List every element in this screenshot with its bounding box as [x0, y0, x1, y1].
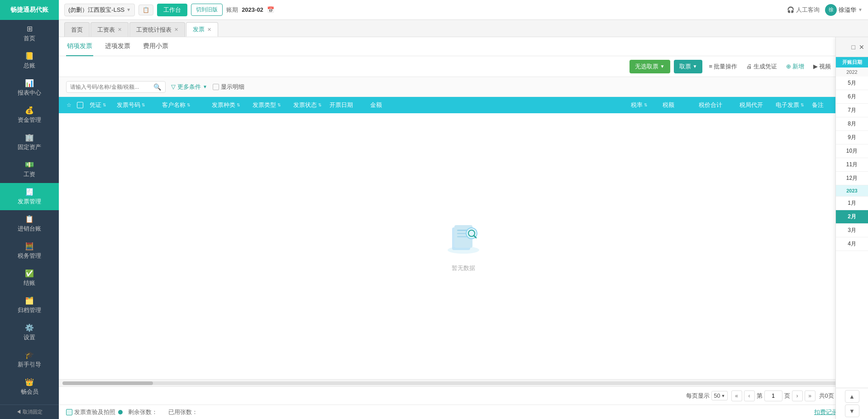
- tab-工资统计报表[interactable]: 工资统计报表✕: [129, 22, 185, 37]
- th-invoice-no: 发票号码 ⇅: [115, 101, 160, 109]
- sidebar-item-工资[interactable]: 💵工资: [0, 156, 59, 183]
- th-tax-rate-filter-icon[interactable]: ⇅: [644, 103, 648, 107]
- search-box[interactable]: 🔍: [66, 81, 166, 93]
- th-e-invoice-filter-icon[interactable]: ⇅: [801, 103, 804, 107]
- sidebar-item-进销台账[interactable]: 📋进销台账: [0, 210, 59, 237]
- sidebar-item-资金管理[interactable]: 💰资金管理: [0, 101, 59, 129]
- tab-close-工资统计报表[interactable]: ✕: [174, 27, 178, 32]
- filter-arrow-icon: ▼: [203, 84, 207, 89]
- tab-close-工资表[interactable]: ✕: [118, 27, 122, 32]
- date-month-2022-11月[interactable]: 11月: [836, 158, 868, 172]
- invoice-check-checkbox[interactable]: [66, 409, 72, 415]
- new-button[interactable]: ⊕ 新增: [783, 60, 807, 73]
- sidebar-item-归档管理[interactable]: 🗂️归档管理: [0, 292, 59, 319]
- date-panel-expand-button[interactable]: □: [851, 43, 856, 52]
- sidebar-item-结账[interactable]: ✅结账: [0, 265, 59, 292]
- th-checkbox[interactable]: [75, 102, 88, 108]
- next-page-button[interactable]: ›: [792, 390, 803, 401]
- sidebar-toggle[interactable]: ◀ 取消固定: [0, 405, 59, 419]
- tab-label-工资统计报表: 工资统计报表: [136, 26, 172, 34]
- th-invoice-cat-filter-icon[interactable]: ⇅: [277, 103, 281, 107]
- date-panel-up-button[interactable]: ▲: [845, 390, 859, 403]
- scroll-track[interactable]: [62, 381, 864, 385]
- date-month-2023-3月[interactable]: 3月: [836, 224, 868, 237]
- date-month-2023-4月[interactable]: 4月: [836, 237, 868, 251]
- sidebar-item-畅会员[interactable]: 👑畅会员: [0, 373, 59, 400]
- generate-voucher-button[interactable]: 🖨 生成凭证: [744, 60, 780, 73]
- tab-发票[interactable]: 发票✕: [186, 22, 218, 37]
- th-star[interactable]: ☆: [62, 102, 75, 108]
- date-month-2022-10月[interactable]: 10月: [836, 144, 868, 158]
- th-tax: 税额: [661, 101, 697, 109]
- prev-page-button[interactable]: ‹: [744, 390, 755, 401]
- show-detail-toggle[interactable]: 显示明细: [213, 83, 244, 91]
- first-page-button[interactable]: «: [731, 390, 742, 401]
- deduction-record-link[interactable]: 扣费记录: [814, 408, 838, 416]
- tab-close-发票[interactable]: ✕: [207, 27, 211, 32]
- th-invoice-no-filter-icon[interactable]: ⇅: [142, 103, 145, 107]
- new-label: 新增: [792, 63, 804, 71]
- sidebar-label-归档管理: 归档管理: [18, 306, 41, 314]
- date-year-2022[interactable]: 2022: [836, 67, 868, 77]
- user-info[interactable]: 徐 徐溢华 ▼: [825, 4, 863, 16]
- sidebar-item-报表中心[interactable]: 📊报表中心: [0, 74, 59, 101]
- sub-tab-进项发票[interactable]: 进项发票: [104, 37, 131, 56]
- search-input[interactable]: [70, 84, 152, 90]
- old-version-button[interactable]: 切到旧版: [191, 4, 223, 16]
- th-date-label: 开票日期: [329, 101, 353, 109]
- sidebar-item-税务管理[interactable]: 🧮税务管理: [0, 237, 59, 265]
- page-number-input[interactable]: [764, 390, 782, 401]
- per-page-select[interactable]: 50 ▼: [711, 391, 727, 400]
- tab-label-发票: 发票: [193, 25, 205, 34]
- scroll-bar-area[interactable]: [59, 379, 868, 386]
- th-status-filter-icon[interactable]: ⇅: [318, 103, 322, 107]
- date-month-2022-8月[interactable]: 8月: [836, 117, 868, 131]
- tab-bar: 首页工资表✕工资统计报表✕发票✕: [59, 20, 868, 37]
- tab-首页[interactable]: 首页: [64, 22, 90, 37]
- company-selector[interactable]: (勿删）江西股宝-LSS ▼: [64, 4, 135, 16]
- video-button[interactable]: ▶ 视频: [811, 60, 834, 73]
- sidebar-icon-报表中心: 📊: [25, 79, 34, 87]
- date-month-2022-12月[interactable]: 12月: [836, 172, 868, 185]
- date-month-2022-5月[interactable]: 5月: [836, 77, 868, 90]
- copy-button[interactable]: 📋: [138, 5, 153, 15]
- sub-tab-销项发票[interactable]: 销项发票: [66, 37, 93, 56]
- sidebar-item-固定资产[interactable]: 🏢固定资产: [0, 129, 59, 156]
- sidebar-item-设置[interactable]: ⚙️设置: [0, 319, 59, 346]
- service-button[interactable]: 🎧 人工客询: [787, 6, 820, 14]
- date-month-2022-7月[interactable]: 7月: [836, 104, 868, 117]
- th-invoice-type-filter-icon[interactable]: ⇅: [237, 103, 240, 107]
- period-calendar-icon[interactable]: 📅: [267, 6, 274, 13]
- sidebar-item-总账[interactable]: 📒总账: [0, 47, 59, 74]
- date-month-2022-6月[interactable]: 6月: [836, 90, 868, 104]
- no-select-button[interactable]: 无选取票 ▼: [630, 60, 670, 73]
- date-month-2023-1月[interactable]: 1月: [836, 197, 868, 210]
- last-page-button[interactable]: »: [805, 390, 816, 401]
- date-panel-down-button[interactable]: ▼: [845, 405, 859, 417]
- date-year-2023[interactable]: 2023: [836, 185, 868, 197]
- th-customer-filter-icon[interactable]: ⇅: [187, 103, 191, 107]
- svg-rect-5: [457, 236, 468, 237]
- header-right: 🎧 人工客询 徐 徐溢华 ▼: [787, 4, 863, 16]
- th-date: 开票日期: [328, 101, 368, 109]
- show-detail-checkbox[interactable]: [213, 84, 219, 90]
- tab-工资表[interactable]: 工资表✕: [91, 22, 129, 37]
- app-logo: 畅捷通易代账: [0, 0, 59, 20]
- batch-op-button[interactable]: ≡ 批量操作: [706, 60, 740, 73]
- date-panel-close-button[interactable]: ✕: [858, 43, 865, 52]
- date-month-2023-2月[interactable]: 2月: [836, 210, 868, 224]
- th-checkbox-input[interactable]: [77, 102, 83, 108]
- sidebar-item-发票管理[interactable]: 🧾发票管理: [0, 183, 59, 210]
- date-month-2022-9月[interactable]: 9月: [836, 131, 868, 144]
- sub-tab-费用小票[interactable]: 费用小票: [142, 37, 169, 56]
- sidebar-item-首页[interactable]: ⊞首页: [0, 20, 59, 47]
- sidebar-item-新手引导[interactable]: 🎓新手引导: [0, 346, 59, 373]
- empty-illustration: [441, 221, 486, 257]
- filter-more-button[interactable]: ▽ 更多条件 ▼: [171, 83, 207, 91]
- scroll-thumb[interactable]: [62, 381, 153, 385]
- select-button[interactable]: 取票 ▼: [674, 60, 703, 73]
- page-size-selector[interactable]: 每页显示 50 ▼: [686, 391, 727, 400]
- search-icon[interactable]: 🔍: [153, 83, 161, 91]
- workspace-button[interactable]: 工作台: [157, 4, 187, 16]
- th-voucher-filter-icon[interactable]: ⇅: [103, 103, 106, 107]
